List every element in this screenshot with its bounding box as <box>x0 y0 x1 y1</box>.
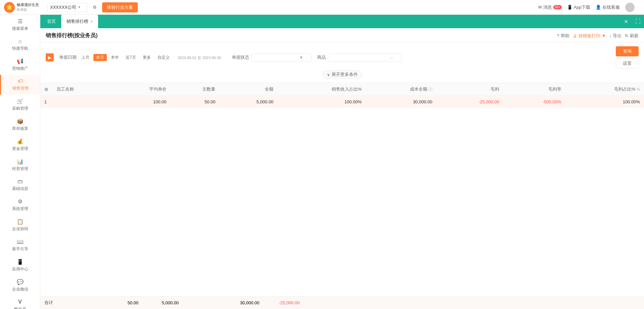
date-tabs: 上月 本月 本年 近7天 更多 自定义 <box>79 54 172 61</box>
refresh-label: 刷新 <box>630 33 639 39</box>
rank-value: 1 <box>44 99 47 104</box>
td-main-qty: 50.00 <box>171 96 220 108</box>
status-select[interactable]: ▼ <box>251 53 312 62</box>
window-expand-btn[interactable]: ⛶ <box>633 17 643 26</box>
inventory-icon: 📦 <box>17 118 24 124</box>
th-settings: ⚙ <box>40 83 52 96</box>
date-tab-custom[interactable]: 自定义 <box>155 54 172 61</box>
th-sales-pct-label: 销售收入占比% <box>332 87 362 92</box>
date-tab-more[interactable]: 更多 <box>140 54 154 61</box>
message-icon: ✉ <box>538 5 542 10</box>
footer-total-label: 合计 <box>44 300 105 306</box>
sidebar-label-search-order: 搜索菜单 <box>12 26 28 32</box>
date-tab-last-month[interactable]: 上月 <box>79 54 92 61</box>
help-btn[interactable]: ? 帮助 <box>557 33 569 39</box>
page-title: 销售排行榜(按业务员) <box>46 32 98 39</box>
td-gross-pct: 100.00% <box>565 96 644 108</box>
cost-amount-info-icon[interactable]: ⓘ <box>429 87 432 92</box>
logo-icon: 🌟 <box>4 2 15 13</box>
th-gross-pct: 毛利占比% % <box>565 83 644 96</box>
column-settings-icon[interactable]: ⚙ <box>44 87 48 92</box>
company-selector[interactable]: XXXXXX公司 ▼ <box>47 3 87 12</box>
th-cost-amount-label: 成本全额 <box>410 86 427 92</box>
fund-mgmt-icon: 💰 <box>17 138 24 145</box>
sidebar-item-vip-member[interactable]: V 畅会员 <box>0 296 40 309</box>
query-btn-group: 查询 设置 <box>616 46 639 68</box>
sidebar-item-operations[interactable]: 📊 经营管理 <box>0 155 40 175</box>
sales-mgmt-icon: 🏷 <box>18 78 23 84</box>
sidebar-label-fund-mgmt: 资金管理 <box>12 146 28 152</box>
query-btn[interactable]: 查询 <box>616 46 639 56</box>
new-guide-icon: 📖 <box>17 239 24 245</box>
sidebar-label-basic-info: 基础信息 <box>12 186 28 192</box>
th-total-amount: 全额 <box>219 83 277 96</box>
date-tab-current-month[interactable]: 本月 <box>93 54 107 61</box>
print-btn[interactable]: 🖨 按模板打印 ▼ <box>573 33 606 39</box>
logo-text: 畅康通好生意 <box>17 2 39 7</box>
td-employee <box>52 96 112 108</box>
logo-text-area: 畅康通好生意 标准版 <box>17 2 39 12</box>
th-sales-pct: 销售收入占比% <box>277 83 366 96</box>
expand-icon: ∨ <box>327 72 330 77</box>
sidebar-item-app-center[interactable]: 📱 应用中心 <box>0 255 40 275</box>
filter-toggle-btn[interactable]: ▶ <box>46 53 54 61</box>
message-badge: 99+ <box>553 5 562 9</box>
sidebar-item-sales-mgmt[interactable]: 🏷 销售管理 <box>0 75 40 95</box>
gross-pct-info-icon[interactable]: % <box>637 87 640 91</box>
page-content: 销售排行榜(按业务员) ? 帮助 🖨 按模板打印 ▼ ↓ 导出 <box>40 28 644 309</box>
sidebar-label-sales-mgmt: 销售管理 <box>12 86 29 91</box>
gross-pct-value: 100.00% <box>623 99 640 104</box>
sidebar-item-purchase-mgmt[interactable]: 🛒 采购管理 <box>0 95 40 115</box>
refresh-btn[interactable]: ↻ 刷新 <box>625 33 639 39</box>
td-total-amount: 5,000.00 <box>219 96 277 108</box>
date-tab-7days[interactable]: 近7天 <box>123 54 139 61</box>
expand-more-btn[interactable]: ∨ 展开更多条件 <box>323 70 362 79</box>
enterprise-wechat-icon: 💬 <box>17 279 24 285</box>
print-dropdown-icon: ▼ <box>602 33 606 38</box>
tab-home[interactable]: 首页 <box>42 15 61 28</box>
sidebar-item-quick-nav[interactable]: ⌂ 快捷导航 <box>0 35 40 55</box>
footer-main-qty: 50.00 <box>105 300 138 305</box>
marketing-icon: 📢 <box>17 58 24 64</box>
online-service-btn[interactable]: 👤 在线客服 <box>596 4 620 10</box>
message-btn[interactable]: ✉ 消息 99+ <box>538 4 562 10</box>
sidebar-item-system-mgmt[interactable]: ⚙ 系统管理 <box>0 195 40 215</box>
td-avg-price: 100.00 <box>112 96 171 108</box>
window-close-btn[interactable]: ✕ <box>621 17 631 26</box>
tab-sales-ranking[interactable]: 销售排行榜 × <box>61 15 98 28</box>
date-tab-current-year[interactable]: 本年 <box>108 54 122 61</box>
goods-label: 商品 <box>317 54 326 60</box>
date-range: 2023-06-01 至 2023-06-30 <box>178 55 221 60</box>
sidebar-item-fund-mgmt[interactable]: 💰 资金管理 <box>0 135 40 155</box>
help-label: 帮助 <box>561 33 569 39</box>
sidebar-item-marketing[interactable]: 📢 营销推广 <box>0 55 40 75</box>
topbar-settings-icon[interactable]: ⚙ <box>90 3 99 12</box>
experience-btn[interactable]: 体验行业方案 <box>102 2 138 12</box>
export-btn[interactable]: ↓ 导出 <box>609 33 622 39</box>
settings-btn[interactable]: 设置 <box>616 58 639 68</box>
tab-close-icon[interactable]: × <box>90 19 93 24</box>
sidebar-label-enterprise-wechat: 企业微信 <box>12 287 28 292</box>
th-gross-rate-label: 毛利率 <box>548 87 561 92</box>
topbar-right: ✉ 消息 99+ 📱 App下载 👤 在线客服 <box>538 3 640 12</box>
total-amount-value: 5,000.00 <box>256 99 273 104</box>
th-gross-pct-label: 毛利占比% <box>614 86 636 92</box>
th-avg-price: 平均单价 <box>112 83 171 96</box>
online-service-label: 在线客服 <box>602 4 620 10</box>
tab-home-label: 首页 <box>47 18 56 24</box>
sidebar-item-new-guide[interactable]: 📖 新手引导 <box>0 235 40 255</box>
sidebar-item-inventory[interactable]: 📦 库存核算 <box>0 115 40 135</box>
td-cost-amount: 30,000.00 <box>366 96 436 108</box>
goods-select[interactable]: ··· <box>328 53 402 62</box>
help-icon: ? <box>557 33 559 38</box>
expand-more-area: ∨ 展开更多条件 <box>46 68 639 79</box>
app-download-btn[interactable]: 📱 App下载 <box>567 4 590 10</box>
goods-filter: 商品 ··· <box>317 53 402 62</box>
th-main-qty: 主数量 <box>171 83 220 96</box>
sidebar-item-basic-info[interactable]: 🗃 基础信息 <box>0 175 40 195</box>
sidebar-item-enterprise-wechat[interactable]: 💬 企业微信 <box>0 275 40 296</box>
app-download-icon: 📱 <box>567 5 572 10</box>
avatar[interactable] <box>625 3 635 12</box>
sidebar-item-enterprise-collab[interactable]: 📋 企业协同 <box>0 215 40 235</box>
sidebar-item-search-order[interactable]: ☰ 搜索菜单 <box>0 15 40 35</box>
